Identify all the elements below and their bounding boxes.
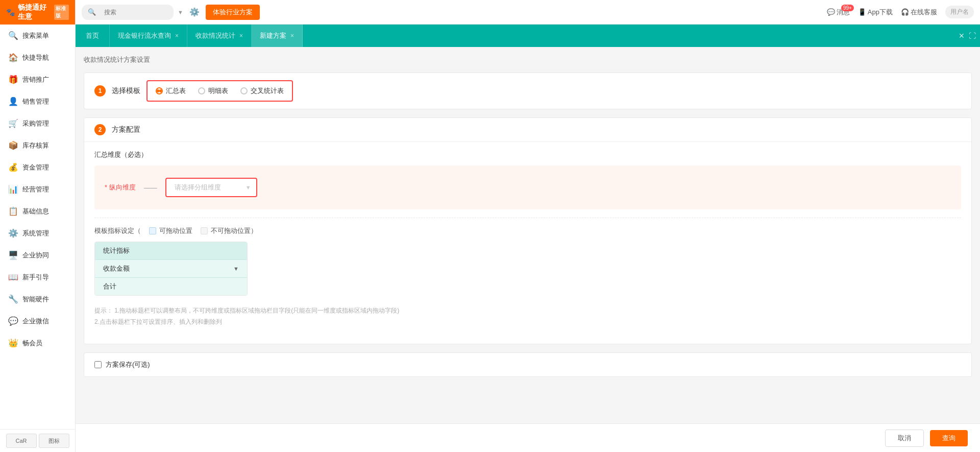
monitor-icon: 🖥️ bbox=[8, 250, 18, 260]
sidebar-item-operations[interactable]: 📊 经营管理 bbox=[0, 178, 75, 200]
indicator-header: 模板指标设定（ 可拖动位置 不可拖动位置） bbox=[94, 226, 961, 235]
sidebar-item-label: 采购管理 bbox=[22, 119, 49, 128]
tab-home[interactable]: 首页 bbox=[76, 25, 110, 47]
template-selection-box: 汇总表 明细表 交叉统计表 bbox=[146, 80, 293, 102]
draggable-legend-box bbox=[149, 227, 156, 234]
sidebar-btn-car[interactable]: CaR bbox=[6, 434, 37, 448]
tab-new-plan-label: 新建方案 bbox=[260, 31, 286, 40]
radio-cross-circle bbox=[240, 87, 248, 94]
sidebar-item-smart-hw[interactable]: 🔧 智能硬件 bbox=[0, 288, 75, 310]
save-plan-checkbox[interactable] bbox=[94, 361, 102, 368]
legend-non-draggable: 不可拖动位置） bbox=[201, 226, 257, 235]
topbar: 🔍 ▼ ⚙️ 体验行业方案 💬 消息 99+ 📱 App下载 🎧 在线客服 用户… bbox=[76, 0, 980, 25]
tab-receipt-stats-label: 收款情况统计 bbox=[195, 31, 235, 40]
query-button[interactable]: 查询 bbox=[930, 430, 968, 446]
logo-text: 畅捷通好生意 bbox=[18, 3, 51, 21]
sidebar-item-label: 企业协同 bbox=[22, 251, 49, 260]
chat-icon: 💬 bbox=[8, 316, 18, 326]
draggable-legend-label: 可拖动位置 bbox=[159, 226, 192, 235]
step1-label: 选择模板 bbox=[112, 86, 140, 96]
sidebar-item-marketing[interactable]: 🎁 营销推广 bbox=[0, 68, 75, 90]
step1-header: 1 选择模板 汇总表 明细表 交 bbox=[84, 73, 971, 109]
footer-section: 方案保存(可选) bbox=[84, 352, 972, 377]
indicator-table-header: 统计指标 bbox=[95, 242, 247, 259]
sidebar-item-quick-nav[interactable]: 🏠 快捷导航 bbox=[0, 46, 75, 68]
non-draggable-legend-box bbox=[201, 227, 208, 234]
sidebar-item-label: 企业微信 bbox=[22, 317, 49, 326]
sidebar-item-inventory[interactable]: 📦 库存核算 bbox=[0, 134, 75, 156]
sidebar-item-search-menu[interactable]: 🔍 搜索菜单 bbox=[0, 25, 75, 46]
topbar-right: 💬 消息 99+ 📱 App下载 🎧 在线客服 用户名 bbox=[827, 6, 974, 18]
tab-expand-icon[interactable]: ⛶ bbox=[969, 32, 976, 40]
chart-icon: 📊 bbox=[8, 184, 18, 194]
sidebar: 🐾 畅捷通好生意 标准版 🔍 搜索菜单 🏠 快捷导航 🎁 营销推广 👤 销售管理… bbox=[0, 0, 76, 452]
user-account[interactable]: 用户名 bbox=[945, 6, 974, 18]
content-area: 收款情况统计方案设置 1 选择模板 汇总表 明细表 bbox=[76, 47, 980, 423]
sidebar-item-label: 库存核算 bbox=[22, 141, 49, 150]
online-service-btn[interactable]: 🎧 在线客服 bbox=[901, 8, 937, 17]
radio-summary[interactable]: 汇总表 bbox=[156, 86, 186, 96]
dimension-select[interactable]: 请选择分组维度 ▼ bbox=[165, 178, 257, 197]
sidebar-item-system[interactable]: ⚙️ 系统管理 bbox=[0, 222, 75, 244]
sidebar-bottom: CaR 图标 bbox=[0, 429, 75, 452]
tab-new-plan[interactable]: 新建方案 × bbox=[252, 25, 303, 47]
home-icon: 🏠 bbox=[8, 53, 18, 62]
dimension-dropdown-arrow: ▼ bbox=[246, 184, 251, 191]
radio-cross-label: 交叉统计表 bbox=[251, 86, 284, 96]
sidebar-item-label: 系统管理 bbox=[22, 229, 49, 238]
search-input[interactable] bbox=[98, 7, 169, 18]
dimension-title: 汇总维度（必选） bbox=[94, 150, 961, 159]
search-icon: 🔍 bbox=[88, 8, 96, 16]
save-plan-label: 方案保存(可选) bbox=[106, 360, 150, 369]
step2-header: 2 方案配置 bbox=[84, 118, 971, 142]
money-icon: 💰 bbox=[8, 162, 18, 172]
sidebar-item-label: 搜索菜单 bbox=[22, 31, 49, 40]
tab-home-label: 首页 bbox=[86, 31, 99, 40]
tab-bank-flow-close[interactable]: × bbox=[175, 32, 179, 39]
sidebar-item-label: 经营管理 bbox=[22, 185, 49, 194]
app-download-btn[interactable]: 📱 App下载 bbox=[858, 8, 893, 17]
indicator-cell-label: 收款金额 bbox=[103, 264, 130, 273]
sidebar-item-weixin[interactable]: 💬 企业微信 bbox=[0, 310, 75, 332]
edition-badge: 标准版 bbox=[54, 5, 69, 20]
dimension-row: * 纵向维度 —— 请选择分组维度 ▼ bbox=[105, 178, 951, 197]
sidebar-item-member[interactable]: 👑 畅会员 bbox=[0, 332, 75, 354]
clipboard-icon: 📋 bbox=[8, 206, 18, 216]
settings-gear-icon[interactable]: ⚙️ bbox=[189, 7, 200, 17]
industry-btn[interactable]: 体验行业方案 bbox=[206, 5, 260, 20]
tab-bank-flow[interactable]: 现金银行流水查询 × bbox=[110, 25, 187, 47]
user-icon: 👤 bbox=[8, 97, 18, 106]
radio-summary-circle bbox=[156, 87, 163, 94]
sidebar-item-basic-info[interactable]: 📋 基础信息 bbox=[0, 200, 75, 222]
sidebar-item-purchase[interactable]: 🛒 采购管理 bbox=[0, 112, 75, 134]
headset-icon: 🎧 bbox=[901, 8, 909, 16]
hint-line-2: 2.点击标题栏下拉可设置排序、插入列和删除列 bbox=[94, 317, 961, 328]
tabbar: 首页 现金银行流水查询 × 收款情况统计 × 新建方案 × ✕ ⛶ bbox=[76, 25, 980, 47]
gear-icon: ⚙️ bbox=[8, 228, 18, 238]
sidebar-item-sales[interactable]: 👤 销售管理 bbox=[0, 90, 75, 112]
indicator-table-total: 合计 bbox=[95, 277, 247, 295]
sidebar-item-newcomer[interactable]: 📖 新手引导 bbox=[0, 266, 75, 288]
step2-number: 2 bbox=[94, 124, 106, 135]
radio-summary-label: 汇总表 bbox=[166, 86, 186, 96]
sidebar-item-enterprise[interactable]: 🖥️ 企业协同 bbox=[0, 244, 75, 266]
radio-cross[interactable]: 交叉统计表 bbox=[240, 86, 284, 96]
message-btn[interactable]: 💬 消息 99+ bbox=[827, 8, 850, 17]
tab-new-plan-close[interactable]: × bbox=[290, 32, 294, 39]
step1-number: 1 bbox=[94, 85, 106, 97]
hint-line-1: 提示： 1.拖动标题栏可以调整布局，不可跨维度或指标区域拖动栏目字段(只能在同一… bbox=[94, 305, 961, 317]
cancel-button[interactable]: 取消 bbox=[885, 430, 924, 447]
tab-receipt-stats[interactable]: 收款情况统计 × bbox=[187, 25, 252, 47]
search-dropdown-arrow[interactable]: ▼ bbox=[178, 9, 183, 15]
radio-detail[interactable]: 明细表 bbox=[198, 86, 228, 96]
sidebar-item-finance[interactable]: 💰 资金管理 bbox=[0, 156, 75, 178]
tab-receipt-stats-close[interactable]: × bbox=[239, 32, 243, 39]
step2-section: 2 方案配置 汇总维度（必选） * 纵向维度 —— 请选择分组维度 ▼ bbox=[84, 117, 972, 344]
indicator-table-cell-amount[interactable]: 收款金额 ▼ bbox=[95, 259, 247, 277]
tab-close-window-icon[interactable]: ✕ bbox=[959, 32, 965, 40]
gift-icon: 🎁 bbox=[8, 75, 18, 84]
message-badge: 99+ bbox=[841, 5, 854, 11]
logo-icon: 🐾 bbox=[6, 8, 15, 16]
indicator-cell-dropdown[interactable]: ▼ bbox=[233, 266, 239, 272]
sidebar-btn-icon[interactable]: 图标 bbox=[39, 434, 69, 448]
